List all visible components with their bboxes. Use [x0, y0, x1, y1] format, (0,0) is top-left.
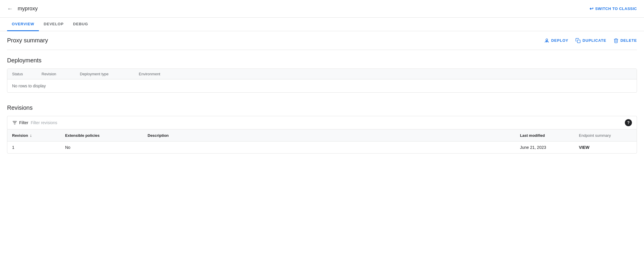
- deployments-table: Status Revision Deployment type Environm…: [7, 69, 637, 93]
- svg-rect-1: [577, 40, 580, 43]
- proxy-summary-title: Proxy summary: [7, 37, 544, 44]
- col-header-revision: Revision: [42, 72, 80, 76]
- deployments-table-header: Status Revision Deployment type Environm…: [7, 69, 637, 79]
- revisions-table-header: Revision ↓ Extensible policies Descripti…: [7, 129, 637, 142]
- delete-button[interactable]: DELETE: [613, 38, 637, 43]
- col-header-status: Status: [12, 72, 42, 76]
- filter-icon: [12, 120, 17, 125]
- back-icon: ←: [7, 5, 13, 12]
- delete-label: DELETE: [620, 38, 637, 43]
- tab-develop[interactable]: DEVELOP: [39, 18, 68, 31]
- sort-down-icon: ↓: [30, 133, 32, 138]
- rev-col-header-policies: Extensible policies: [65, 133, 148, 138]
- svg-point-0: [546, 39, 548, 41]
- view-link[interactable]: VIEW: [579, 145, 589, 150]
- revisions-section: Revisions Filter Filter revisions ? Revi…: [7, 97, 637, 154]
- filter-placeholder[interactable]: Filter revisions: [31, 120, 625, 125]
- rev-col-header-revision: Revision ↓: [12, 133, 65, 138]
- deployments-section: Deployments Status Revision Deployment t…: [7, 50, 637, 97]
- main-content: Proxy summary DEPLOY DUPLICATE: [0, 31, 644, 154]
- deploy-label: DEPLOY: [551, 38, 568, 43]
- duplicate-label: DUPLICATE: [582, 38, 606, 43]
- rev-col-header-endpoint: Endpoint summary: [579, 133, 632, 138]
- revision-number: 1: [12, 145, 65, 150]
- deploy-icon: [544, 38, 549, 43]
- switch-classic-label: SWITCH TO CLASSIC: [595, 6, 637, 11]
- switch-to-classic-button[interactable]: ↩ SWITCH TO CLASSIC: [589, 6, 637, 11]
- revisions-table: Revision ↓ Extensible policies Descripti…: [7, 129, 637, 154]
- filter-label: Filter: [19, 120, 28, 125]
- filter-bar: Filter Filter revisions ?: [7, 116, 637, 129]
- page-header: ← myproxy ↩ SWITCH TO CLASSIC: [0, 0, 644, 18]
- undo-icon: ↩: [589, 6, 594, 11]
- help-icon[interactable]: ?: [625, 119, 632, 126]
- duplicate-icon: [575, 38, 581, 43]
- page-title: myproxy: [18, 6, 589, 12]
- rev-col-header-desc: Description: [148, 133, 520, 138]
- col-header-deploy-type: Deployment type: [80, 72, 139, 76]
- col-header-environment: Environment: [139, 72, 632, 76]
- last-modified-value: June 21, 2023: [520, 145, 579, 150]
- deploy-button[interactable]: DEPLOY: [544, 38, 568, 43]
- tab-debug[interactable]: DEBUG: [68, 18, 93, 31]
- tabs-bar: OVERVIEW DEVELOP DEBUG: [0, 18, 644, 31]
- filter-button[interactable]: Filter: [12, 120, 28, 125]
- revisions-title: Revisions: [7, 104, 637, 111]
- table-row: 1 No June 21, 2023 VIEW: [7, 142, 637, 153]
- delete-icon: [613, 38, 619, 43]
- action-buttons: DEPLOY DUPLICATE DELETE: [544, 38, 637, 43]
- deployments-title: Deployments: [7, 57, 637, 64]
- proxy-summary-section: Proxy summary DEPLOY DUPLICATE: [7, 31, 637, 50]
- endpoint-summary-value[interactable]: VIEW: [579, 145, 632, 150]
- deployments-empty-message: No rows to display: [7, 79, 637, 92]
- duplicate-button[interactable]: DUPLICATE: [575, 38, 606, 43]
- tab-overview[interactable]: OVERVIEW: [7, 18, 39, 31]
- extensible-policies-value: No: [65, 145, 148, 150]
- back-button[interactable]: ←: [7, 5, 13, 12]
- rev-col-header-modified: Last modified: [520, 133, 579, 138]
